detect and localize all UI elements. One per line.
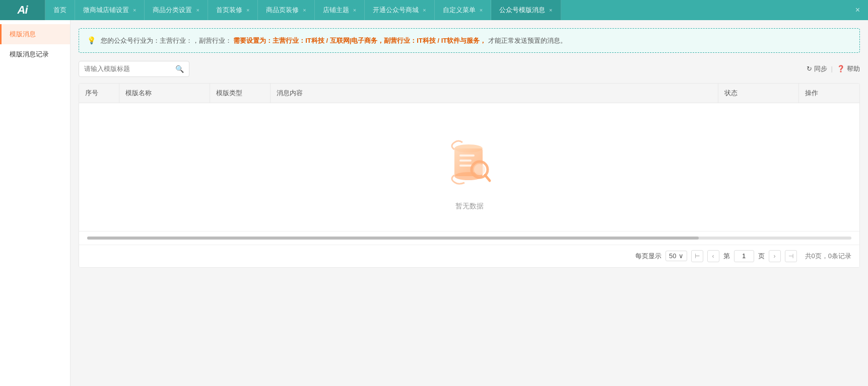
table-header-action: 操作	[799, 84, 859, 103]
nav-tab-template-msg[interactable]: 公众号模版消息×	[491, 0, 561, 20]
table-header-seq: 序号	[79, 84, 119, 103]
table-header-content: 消息内容	[271, 84, 718, 103]
toolbar-divider: |	[831, 65, 833, 72]
nav-tab-product-category[interactable]: 商品分类设置×	[145, 0, 208, 20]
nav-tab-open-mall[interactable]: 开通公众号商城×	[365, 0, 434, 20]
page-size-dropdown-icon: ∨	[679, 252, 684, 260]
nav-tab-shop-theme[interactable]: 店铺主题×	[315, 0, 365, 20]
svg-point-7	[474, 164, 485, 175]
empty-illustration	[439, 133, 500, 194]
toolbar: 🔍 ↻ 同步 | ❓ 帮助	[79, 61, 860, 77]
table-header-type: 模版类型	[210, 84, 271, 103]
empty-text: 暂无数据	[455, 202, 484, 211]
nav-tab-wechat-shop[interactable]: 微商城店铺设置×	[75, 0, 145, 20]
nav-tab-home[interactable]: 首页	[45, 0, 75, 20]
nav-tab-label-product-category: 商品分类设置	[153, 6, 192, 15]
nav-tab-close-open-mall[interactable]: ×	[423, 7, 426, 13]
svg-rect-4	[459, 160, 472, 162]
next-page-button[interactable]: ›	[769, 250, 781, 262]
nav-tab-close-shop-theme[interactable]: ×	[353, 7, 356, 13]
notice-suffix: 才能正常发送预置的消息。	[488, 37, 567, 44]
nav-tab-label-shop-theme: 店铺主题	[323, 6, 349, 15]
nav-tab-home-decor[interactable]: 首页装修×	[208, 0, 258, 20]
first-page-button[interactable]: ⊢	[691, 250, 703, 262]
notice-banner: 💡 您的公众号行业为：主营行业：，副营行业： 需要设置为：主营行业：IT科技 /…	[79, 28, 860, 53]
sync-label: 同步	[814, 64, 827, 73]
notice-highlight: 需要设置为：主营行业：IT科技 / 互联网|电子商务，副营行业：IT科技 / I…	[233, 37, 486, 44]
nav-tab-label-home: 首页	[53, 6, 66, 15]
nav-tab-label-open-mall: 开通公众号商城	[373, 6, 419, 15]
nav-tab-label-wechat-shop: 微商城店铺设置	[83, 6, 129, 15]
notice-prefix: 您的公众号行业为：主营行业：，副营行业：	[101, 37, 232, 44]
search-icon[interactable]: 🔍	[175, 65, 184, 73]
help-button[interactable]: ❓ 帮助	[837, 64, 860, 73]
sidebar-item-template-msg[interactable]: 模版消息	[0, 24, 70, 44]
toolbar-right: ↻ 同步 | ❓ 帮助	[807, 64, 860, 73]
main-layout: 模版消息模版消息记录 💡 您的公众号行业为：主营行业：，副营行业： 需要设置为：…	[0, 20, 868, 386]
empty-state: 暂无数据	[79, 103, 859, 231]
notice-icon: 💡	[87, 36, 96, 44]
table-header-name: 模版名称	[119, 84, 210, 103]
app-logo: Ai	[0, 0, 45, 20]
nav-tab-close-home-decor[interactable]: ×	[246, 7, 249, 13]
nav-tab-close-product-decor[interactable]: ×	[303, 7, 306, 13]
search-input[interactable]	[84, 65, 175, 72]
sidebar-item-template-record[interactable]: 模版消息记录	[0, 44, 70, 64]
pagination: 每页显示 50 ∨ ⊢ ‹ 第 页 › ⊣ 共0页，0条记录	[79, 245, 859, 267]
sync-icon: ↻	[807, 65, 812, 72]
nav-tab-label-product-decor: 商品页装修	[266, 6, 299, 15]
prev-page-button[interactable]: ‹	[707, 250, 719, 262]
nav-tab-label-home-decor: 首页装修	[216, 6, 242, 15]
total-info: 共0页，0条记录	[805, 252, 851, 261]
scrollbar-track[interactable]	[87, 237, 851, 240]
table-header: 序号模版名称模版类型消息内容状态操作	[79, 84, 859, 103]
last-page-button[interactable]: ⊣	[785, 250, 797, 262]
close-all-button[interactable]: ×	[847, 6, 868, 15]
help-label: 帮助	[847, 64, 860, 73]
top-navigation: Ai 首页微商城店铺设置×商品分类设置×首页装修×商品页装修×店铺主题×开通公众…	[0, 0, 868, 20]
nav-tab-close-custom-menu[interactable]: ×	[480, 7, 483, 13]
nav-tab-close-template-msg[interactable]: ×	[549, 7, 552, 13]
content-area: 💡 您的公众号行业为：主营行业：，副营行业： 需要设置为：主营行业：IT科技 /…	[71, 20, 868, 386]
nav-tab-close-product-category[interactable]: ×	[196, 7, 199, 13]
svg-rect-3	[459, 155, 475, 157]
scrollbar-row	[79, 231, 859, 245]
sidebar-items: 模版消息模版消息记录	[0, 24, 70, 64]
nav-tab-label-custom-menu: 自定义菜单	[443, 6, 476, 15]
page-label-suffix: 页	[758, 252, 765, 261]
search-box[interactable]: 🔍	[79, 61, 189, 77]
nav-tabs-container: 首页微商城店铺设置×商品分类设置×首页装修×商品页装修×店铺主题×开通公众号商城…	[45, 0, 847, 20]
data-table: 序号模版名称模版类型消息内容状态操作	[79, 83, 860, 268]
page-label-prefix: 第	[723, 252, 730, 261]
page-size-label: 每页显示	[635, 252, 661, 261]
nav-tab-product-decor[interactable]: 商品页装修×	[258, 0, 314, 20]
nav-tab-custom-menu[interactable]: 自定义菜单×	[435, 0, 491, 20]
page-size-select[interactable]: 50 ∨	[665, 251, 687, 261]
nav-tab-label-template-msg: 公众号模版消息	[499, 6, 545, 15]
sync-button[interactable]: ↻ 同步	[807, 64, 827, 73]
page-size-value: 50	[669, 252, 676, 260]
help-icon: ❓	[837, 65, 845, 72]
sidebar: 模版消息模版消息记录	[0, 20, 71, 386]
page-input[interactable]	[734, 250, 754, 262]
table-header-status: 状态	[718, 84, 799, 103]
scrollbar-thumb	[87, 237, 699, 240]
nav-tab-close-wechat-shop[interactable]: ×	[133, 7, 136, 13]
svg-line-8	[485, 175, 490, 181]
